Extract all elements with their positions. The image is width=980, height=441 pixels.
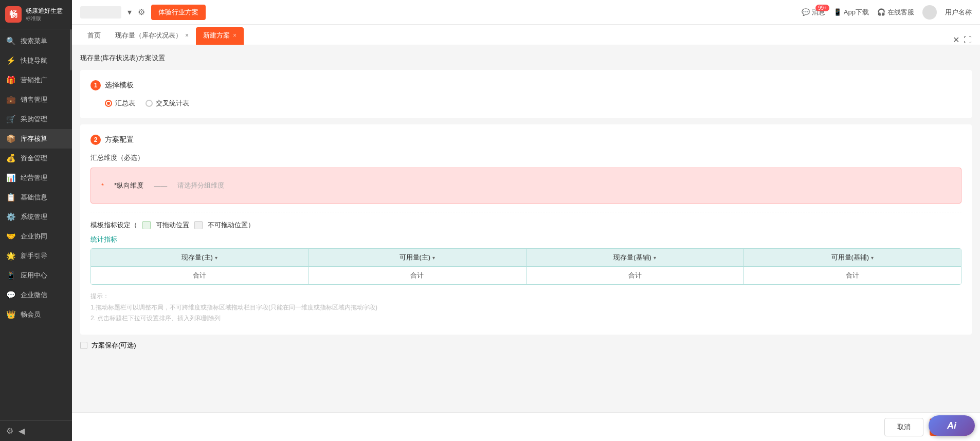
sidebar-item-inventory[interactable]: 📦 库存核算 xyxy=(0,129,72,149)
divider1 xyxy=(90,212,961,212)
section2-num: 2 xyxy=(90,135,101,145)
col-header-3[interactable]: 可用量(基辅) ▾ xyxy=(744,249,961,266)
sidebar-item-system[interactable]: ⚙️ 系统管理 xyxy=(0,207,72,227)
col-body-2: 合计 xyxy=(527,267,744,284)
save-label: 方案保存(可选) xyxy=(92,341,136,350)
sidebar-item-label-finance: 资金管理 xyxy=(21,154,47,163)
marketing-icon: 🎁 xyxy=(6,76,15,85)
inventory-icon: 📦 xyxy=(6,134,15,143)
col-dropdown-1[interactable]: ▾ xyxy=(432,255,435,261)
topbar-right: 💬 消息 99+ 📱 App下载 🎧 在线客服 用户名称 xyxy=(802,5,972,20)
sales-icon: 💼 xyxy=(6,95,15,104)
col-dropdown-0[interactable]: ▾ xyxy=(215,255,217,261)
message-btn[interactable]: 💬 消息 99+ xyxy=(802,8,825,17)
col-header-0[interactable]: 现存量(主) ▾ xyxy=(91,249,308,266)
message-icon: 💬 xyxy=(802,8,810,16)
member-icon: 👑 xyxy=(6,310,15,319)
purchase-icon: 🛒 xyxy=(6,115,15,124)
sidebar-item-label-guide: 新手引导 xyxy=(21,251,47,261)
section2-header: 2 方案配置 xyxy=(90,135,961,145)
window-expand-btn[interactable]: ⛶ xyxy=(964,35,972,45)
stats-label: 统计指标 xyxy=(90,235,961,244)
sidebar-item-quick-nav[interactable]: ⚡ 快捷导航 xyxy=(0,51,72,70)
dim-box: * *纵向维度 —— 请选择分组维度 xyxy=(90,168,961,204)
basic-info-icon: 📋 xyxy=(6,193,15,202)
sidebar-item-label-system: 系统管理 xyxy=(21,212,47,222)
user-avatar[interactable] xyxy=(922,5,937,20)
enterprise-icon: 🤝 xyxy=(6,232,15,241)
draggable-badge xyxy=(142,221,151,229)
col-header-2[interactable]: 现存量(基辅) ▾ xyxy=(527,249,744,266)
guide-icon: 🌟 xyxy=(6,251,15,261)
radio-cross-table[interactable]: 交叉统计表 xyxy=(146,99,189,108)
trial-btn[interactable]: 体验行业方案 xyxy=(151,5,206,20)
search-icon: 🔍 xyxy=(6,36,15,46)
sidebar-item-guide[interactable]: 🌟 新手引导 xyxy=(0,246,72,266)
sidebar-item-operations[interactable]: 📊 经营管理 xyxy=(0,168,72,188)
section1-header: 1 选择模板 xyxy=(90,80,961,90)
sidebar-item-app-center[interactable]: 📱 应用中心 xyxy=(0,266,72,285)
dim-placeholder[interactable]: 请选择分组维度 xyxy=(177,181,224,190)
sidebar-item-label-inventory: 库存核算 xyxy=(21,134,47,143)
sidebar-logo: 畅 畅康通好生意 标准版 xyxy=(0,0,72,29)
sidebar-item-member[interactable]: 👑 畅会员 xyxy=(0,305,72,324)
tab-new-plan-close[interactable]: × xyxy=(233,32,237,39)
sidebar-item-label-quick-nav: 快捷导航 xyxy=(21,56,47,65)
sidebar-item-enterprise[interactable]: 🤝 企业协同 xyxy=(0,227,72,246)
sidebar-item-label-sales: 销售管理 xyxy=(21,95,47,104)
col-body-3: 合计 xyxy=(744,267,961,284)
sidebar-item-marketing[interactable]: 🎁 营销推广 xyxy=(0,70,72,90)
sidebar-item-label-search: 搜索菜单 xyxy=(21,36,47,46)
save-checkbox[interactable] xyxy=(80,342,87,349)
sidebar-item-label-enterprise: 企业协同 xyxy=(21,232,47,241)
radio-summary-table[interactable]: 汇总表 xyxy=(105,99,135,108)
cancel-button[interactable]: 取消 xyxy=(884,418,923,436)
tab-home[interactable]: 首页 xyxy=(80,27,108,45)
sidebar-item-sales[interactable]: 💼 销售管理 xyxy=(0,90,72,109)
sidebar: 畅 畅康通好生意 标准版 🔍 搜索菜单 ⚡ 快捷导航 🎁 营销推广 💼 销售管理… xyxy=(0,0,72,441)
finance-icon: 💰 xyxy=(6,154,15,163)
tab-new-plan[interactable]: 新建方案 × xyxy=(196,27,244,45)
sidebar-item-basic-info[interactable]: 📋 基础信息 xyxy=(0,188,72,207)
operations-icon: 📊 xyxy=(6,173,15,182)
ai-fab[interactable]: Ai xyxy=(929,415,975,436)
stats-table: 现存量(主) ▾ 可用量(主) ▾ 现存量(基辅) ▾ 可用量(基辅) ▾ xyxy=(90,248,961,285)
collapse-icon[interactable]: ◀ xyxy=(19,426,25,436)
app-download-btn[interactable]: 📱 App下载 xyxy=(833,8,869,17)
message-badge: 99+ xyxy=(815,5,829,11)
sidebar-item-finance[interactable]: 💰 资金管理 xyxy=(0,149,72,168)
main-area: ▾ ⚙ 体验行业方案 💬 消息 99+ 📱 App下载 🎧 在线客服 用户名称 … xyxy=(72,0,980,441)
window-close-btn[interactable]: ✕ xyxy=(953,35,959,45)
col-dropdown-2[interactable]: ▾ xyxy=(654,255,656,261)
settings-icon[interactable]: ⚙ xyxy=(6,426,13,436)
topbar: ▾ ⚙ 体验行业方案 💬 消息 99+ 📱 App下载 🎧 在线客服 用户名称 xyxy=(72,0,980,25)
radio-summary-circle xyxy=(105,100,112,107)
col-dropdown-3[interactable]: ▾ xyxy=(871,255,874,261)
tips: 提示： 1.拖动标题栏可以调整布局，不可跨维度或指标区域拖动栏目字段(只能在同一… xyxy=(90,291,961,324)
online-service-btn[interactable]: 🎧 在线客服 xyxy=(877,8,914,17)
page-title: 现存量(库存状况表)方案设置 xyxy=(80,53,972,63)
app-name: 畅康通好生意 标准版 xyxy=(26,7,63,23)
sidebar-item-label-marketing: 营销推广 xyxy=(21,76,47,85)
sidebar-footer: ⚙ ◀ xyxy=(0,420,72,441)
col-header-1[interactable]: 可用量(主) ▾ xyxy=(308,249,526,266)
content-area: 现存量(库存状况表)方案设置 1 选择模板 汇总表 交叉统计表 2 xyxy=(72,45,980,412)
bottom-bar: 取消 查询 xyxy=(72,412,980,441)
save-option: 方案保存(可选) xyxy=(80,341,972,350)
app-logo-icon: 畅 xyxy=(5,6,22,23)
headset-icon: 🎧 xyxy=(877,8,885,16)
dim-label: 汇总维度（必选） xyxy=(90,153,961,162)
topbar-gear-icon[interactable]: ⚙ xyxy=(138,7,145,17)
sidebar-item-wechat[interactable]: 💬 企业微信 xyxy=(0,285,72,305)
topbar-dropdown-icon[interactable]: ▾ xyxy=(128,7,132,17)
section1-num: 1 xyxy=(90,80,101,90)
dim-required-star: * xyxy=(101,182,104,190)
sidebar-item-purchase[interactable]: 🛒 采购管理 xyxy=(0,109,72,129)
not-draggable-badge xyxy=(194,221,203,229)
tab-bar: 首页 现存量（库存状况表） × 新建方案 × ✕ ⛶ xyxy=(72,25,980,45)
section-config: 2 方案配置 汇总维度（必选） * *纵向维度 —— 请选择分组维度 模板指标设… xyxy=(80,124,972,335)
topbar-logo xyxy=(80,6,121,19)
sidebar-item-search[interactable]: 🔍 搜索菜单 xyxy=(0,31,72,51)
tab-inventory-close[interactable]: × xyxy=(185,32,189,39)
tab-inventory-status[interactable]: 现存量（库存状况表） × xyxy=(108,27,196,45)
